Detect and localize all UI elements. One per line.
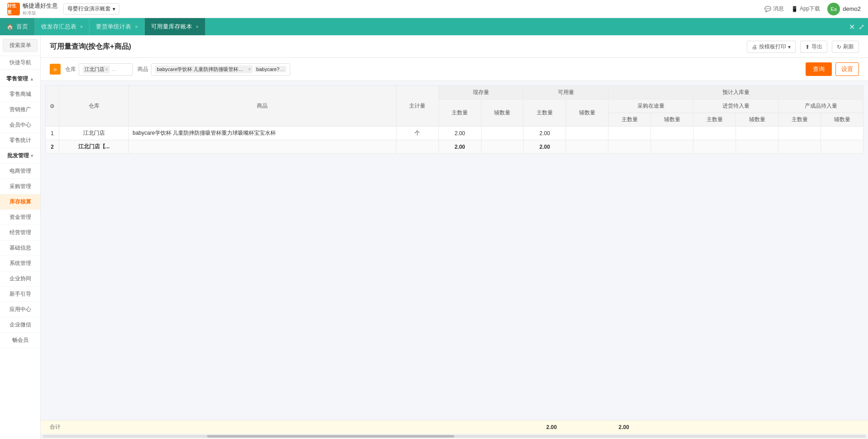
tab-order-stats-label: 要货单统计表: [96, 23, 131, 31]
scrollbar-thumb[interactable]: [207, 435, 454, 438]
sidebar-item-retail-mgmt-label: 零售管理: [6, 75, 28, 83]
product-filter-input[interactable]: babycare学饮杯 儿童防摔防撞吸管杯重力球吸嘴杯宝宝水杯 × babyca…: [151, 63, 290, 76]
sidebar-item-retail-mall-label: 零售商城: [9, 90, 31, 98]
warehouse-tag-remove[interactable]: ×: [105, 67, 108, 72]
product-tag1: babycare学饮杯 儿童防摔防撞吸管杯重力球吸嘴杯宝宝水杯 ×: [155, 66, 253, 73]
tab-home-label: 首页: [16, 23, 28, 31]
main-layout: 搜索菜单 快捷导航 零售管理 ▲ 零售商城 营销推广 会员中心 零售统计 批发管…: [0, 35, 868, 439]
company-selector[interactable]: 母婴行业演示账套 ▾: [63, 3, 119, 14]
user-area[interactable]: Ea demo2: [827, 3, 861, 15]
sidebar-item-inventory-check[interactable]: 库存核算: [0, 194, 40, 210]
page-actions: 🖨 按模板打印 ▾ ⬆ 导出 ↻ 刷新: [747, 41, 859, 53]
warehouse-tag: 江北门店 ×: [83, 66, 110, 73]
tab-available-stock[interactable]: 可用量库存账本 ×: [145, 18, 205, 35]
sidebar-item-vip-member[interactable]: 畅会员: [0, 333, 40, 348]
col-warehouse-header: 仓库: [59, 86, 129, 127]
col-available-aux-header: 辅数量: [566, 99, 609, 127]
export-btn[interactable]: ⬆ 导出: [800, 41, 827, 53]
sidebar-item-purchase-mgmt-label: 采购管理: [9, 183, 31, 190]
row1-main-unit: 个: [396, 127, 439, 140]
sidebar-item-retail-mgmt[interactable]: 零售管理 ▲: [0, 71, 40, 87]
sidebar-item-retail-stats[interactable]: 零售统计: [0, 133, 40, 148]
sidebar-item-wholesale-mgmt[interactable]: 批发管理 ▾: [0, 148, 40, 164]
row1-incoming-main: [693, 127, 736, 140]
search-menu-btn[interactable]: 搜索菜单: [3, 39, 38, 52]
col-main-unit-header: 主计量: [396, 86, 439, 127]
user-name: demo2: [843, 5, 861, 12]
sidebar-item-finance-mgmt[interactable]: 资金管理: [0, 210, 40, 225]
sidebar-item-finance-mgmt-label: 资金管理: [9, 213, 31, 221]
retail-mgmt-arrow: ▲: [30, 76, 34, 81]
export-label: 导出: [811, 43, 822, 51]
sidebar-item-enterprise-collab[interactable]: 企业协同: [0, 271, 40, 287]
sidebar-item-enterprise-wechat[interactable]: 企业微信: [0, 317, 40, 333]
query-btn[interactable]: 查询: [806, 62, 832, 76]
tab-home[interactable]: 🏠 首页: [0, 18, 35, 35]
col-incoming-main-header: 主数量: [693, 113, 736, 127]
app-download-btn[interactable]: 📱 App下载: [791, 5, 820, 13]
product-tag1-remove[interactable]: ×: [248, 67, 251, 72]
row2-finished-aux: [821, 140, 863, 154]
sidebar-item-retail-mall[interactable]: 零售商城: [0, 87, 40, 102]
sidebar-item-ops-mgmt-label: 经营管理: [9, 229, 31, 236]
sidebar-item-ecommerce-mgmt[interactable]: 电商管理: [0, 164, 40, 179]
tab-available-stock-label: 可用量库存账本: [151, 23, 192, 31]
table-row: 2 江北门店【... 2.00 2.00: [46, 140, 863, 154]
footer-current-main-total: 2.00: [533, 424, 570, 430]
col-purchase-main-header: 主数量: [609, 113, 651, 127]
col-finished-header: 产成品待入量: [778, 99, 863, 113]
tab-order-stats-close[interactable]: ×: [135, 24, 137, 29]
logo-sub-text: 标准版: [23, 10, 58, 16]
sidebar-item-sys-mgmt[interactable]: 系统管理: [0, 256, 40, 271]
sidebar-item-purchase-mgmt[interactable]: 采购管理: [0, 179, 40, 194]
product-tag2: babycare? ...: [255, 66, 287, 72]
col-current-stock-header: 现存量: [439, 86, 524, 99]
sidebar-item-new-guide-label: 新手引导: [9, 290, 31, 298]
sidebar-item-inventory-check-label: 库存核算: [9, 198, 31, 206]
sidebar-item-basic-info[interactable]: 基础信息: [0, 241, 40, 256]
sidebar-item-wholesale-mgmt-label: 批发管理: [7, 152, 29, 160]
table-container: ⚙ 仓库 商品 主计量 现存量 可用量 预计入库量 主数量 辅数量 主数量 辅数…: [41, 81, 868, 420]
sidebar-item-member-center[interactable]: 会员中心: [0, 118, 40, 133]
export-icon: ⬆: [805, 44, 810, 50]
horizontal-scrollbar[interactable]: [41, 434, 868, 439]
col-purchase-on-way-header: 采购在途量: [609, 99, 693, 113]
product-filter-group: 商品 babycare学饮杯 儿童防摔防撞吸管杯重力球吸嘴杯宝宝水杯 × bab…: [137, 63, 290, 76]
close-all-tabs-icon[interactable]: ✕: [849, 23, 855, 31]
sidebar-item-ops-mgmt[interactable]: 经营管理: [0, 225, 40, 241]
sidebar-item-app-center-label: 应用中心: [9, 306, 31, 313]
top-bar-right: 💬 消息 📱 App下载 Ea demo2: [764, 3, 861, 15]
sidebar-item-member-center-label: 会员中心: [9, 121, 31, 129]
quick-nav-btn[interactable]: 快捷导航: [0, 56, 40, 70]
sidebar-item-new-guide[interactable]: 新手引导: [0, 287, 40, 302]
sidebar-item-app-center[interactable]: 应用中心: [0, 302, 40, 317]
print-template-btn[interactable]: 🖨 按模板打印 ▾: [747, 41, 796, 53]
row2-purchase-aux: [651, 140, 693, 154]
table-settings-icon[interactable]: ⚙: [46, 86, 59, 127]
tab-receive-send[interactable]: 收发存汇总表 ×: [35, 18, 90, 35]
tab-order-stats[interactable]: 要货单统计表 ×: [90, 18, 144, 35]
tab-receive-send-close[interactable]: ×: [80, 24, 83, 29]
fullscreen-icon[interactable]: ⤢: [859, 23, 864, 31]
warehouse-filter-input[interactable]: 江北门店 × ...: [79, 63, 133, 76]
scrollbar-track: [42, 435, 866, 438]
tab-available-stock-close[interactable]: ×: [196, 24, 198, 29]
print-dropdown-icon: ▾: [788, 44, 791, 50]
warehouse-more[interactable]: ...: [112, 66, 116, 72]
col-current-main-header: 主数量: [439, 99, 481, 127]
sidebar-item-marketing[interactable]: 营销推广: [0, 102, 40, 118]
row1-purchase-aux: [651, 127, 693, 140]
page-header: 可用量查询(按仓库+商品) 🖨 按模板打印 ▾ ⬆ 导出 ↻ 刷新: [41, 35, 868, 58]
row2-purchase-main: [609, 140, 651, 154]
warehouse-filter-group: 仓库 江北门店 × ...: [65, 63, 133, 76]
message-btn[interactable]: 💬 消息: [764, 5, 784, 13]
footer-bar: 合计 2.00 2.00: [41, 420, 868, 434]
refresh-btn[interactable]: ↻ 刷新: [832, 41, 859, 53]
sidebar-item-sys-mgmt-label: 系统管理: [9, 260, 31, 267]
settings-btn[interactable]: 设置: [835, 62, 859, 76]
row2-available-main: 2.00: [524, 140, 566, 154]
row2-finished-main: [778, 140, 821, 154]
row1-finished-main: [778, 127, 821, 140]
row1-product: babycare学饮杯 儿童防摔防撞吸管杯重力球吸嘴杯宝宝水杯: [129, 127, 396, 140]
filter-expand-btn[interactable]: »: [50, 64, 61, 75]
